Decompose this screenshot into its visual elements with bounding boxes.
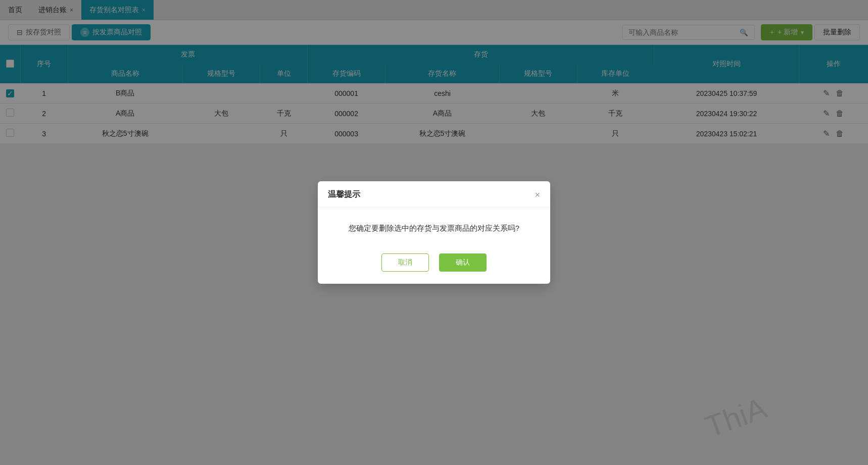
modal-overlay[interactable]: 温馨提示 × 您确定要删除选中的存货与发票商品的对应关系吗? 取消 确认 <box>0 0 868 144</box>
